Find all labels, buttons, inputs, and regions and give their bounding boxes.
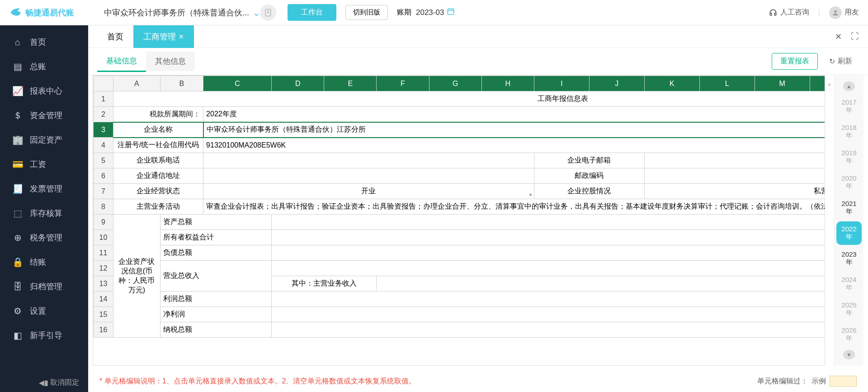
row-15[interactable]: 15 <box>94 307 113 322</box>
row-12[interactable]: 12 <box>94 261 113 276</box>
row-14[interactable]: 14 <box>94 292 113 307</box>
total-revenue-value[interactable] <box>272 261 825 276</box>
col-D[interactable]: D <box>272 76 324 91</box>
row-16[interactable]: 16 <box>94 322 113 338</box>
sidebar-item-guide[interactable]: ◧新手引导 <box>0 323 88 348</box>
row-7[interactable]: 7 <box>94 184 113 199</box>
sheet-title[interactable]: 工商年报信息表 <box>113 91 826 107</box>
col-H[interactable]: H <box>481 76 534 91</box>
total-tax-label[interactable]: 纳税总额 <box>160 322 272 338</box>
human-consult-button[interactable]: 人工咨询 <box>769 8 809 17</box>
credit-code-label[interactable]: 注册号/统一社会信用代码 <box>113 138 203 153</box>
row-4[interactable]: 4 <box>94 138 113 153</box>
year-2018[interactable]: 2018年 <box>836 120 862 143</box>
row-8[interactable]: 8 <box>94 199 113 215</box>
col-N[interactable]: N <box>810 76 825 91</box>
holding-label[interactable]: 企业控股情况 <box>534 184 644 199</box>
doc-icon-button[interactable] <box>260 5 276 21</box>
sidebar-item-home[interactable]: ⌂首页 <box>0 30 88 54</box>
spreadsheet[interactable]: A B C D E F G H I J K L M N O <box>93 75 825 366</box>
fullscreen-icon[interactable]: ⛶ <box>851 32 859 42</box>
sidebar-item-archive[interactable]: 🗄归档管理 <box>0 274 88 299</box>
row-5[interactable]: 5 <box>94 153 113 168</box>
unpin-button[interactable]: ◀▮取消固定 <box>39 378 79 387</box>
sub-tab-basic[interactable]: 基础信息 <box>97 51 146 72</box>
col-F[interactable]: F <box>377 76 429 91</box>
address-value[interactable] <box>203 168 534 184</box>
main-revenue-label[interactable]: 其中：主营业务收入 <box>272 276 377 292</box>
owner-equity-label[interactable]: 所有者权益合计 <box>160 230 272 245</box>
refresh-button[interactable]: ↻ 刷新 <box>829 57 852 66</box>
sidebar-item-assets[interactable]: 🏢固定资产 <box>0 128 88 152</box>
row-3[interactable]: 3 <box>94 122 113 138</box>
sidebar-item-ledger[interactable]: ▤总账 <box>0 54 88 79</box>
net-profit-value[interactable] <box>272 307 825 322</box>
asset-section-label[interactable]: 企业资产状况信息(币种：人民币万元) <box>113 215 160 338</box>
col-B[interactable]: B <box>160 76 203 91</box>
year-2022[interactable]: 2022年 <box>836 221 862 245</box>
owner-equity-value[interactable] <box>272 230 825 245</box>
year-2021[interactable]: 2021年 <box>836 196 862 220</box>
sub-tab-other[interactable]: 其他信息 <box>146 52 195 71</box>
company-selector[interactable]: 中审众环会计师事务所（特殊普通合伙... ⌄ <box>99 7 253 18</box>
total-revenue-label[interactable]: 营业总收入 <box>160 261 272 292</box>
corner-cell[interactable] <box>94 76 113 91</box>
sidebar-item-settings[interactable]: ⚙设置 <box>0 299 88 323</box>
year-down-icon[interactable]: ▼ <box>843 350 855 359</box>
total-liabilities-label[interactable]: 负债总额 <box>160 245 272 261</box>
total-liabilities-value[interactable] <box>272 245 825 261</box>
sidebar-item-salary[interactable]: 💳工资 <box>0 152 88 177</box>
tab-business-admin[interactable]: 工商管理 ✕ <box>133 25 194 48</box>
sidebar-item-tax[interactable]: ⊕税务管理 <box>0 225 88 250</box>
company-name-label[interactable]: 企业名称 <box>113 122 203 138</box>
col-L[interactable]: L <box>699 76 755 91</box>
holding-value[interactable]: 私营企业 <box>644 184 825 199</box>
row-6[interactable]: 6 <box>94 168 113 184</box>
phone-value[interactable] <box>203 153 534 168</box>
year-2017[interactable]: 2017年 <box>836 95 862 118</box>
old-version-button[interactable]: 切到旧版 <box>345 5 388 20</box>
col-G[interactable]: G <box>429 76 481 91</box>
total-tax-value[interactable] <box>272 322 825 338</box>
phone-label[interactable]: 企业联系电话 <box>113 153 203 168</box>
sidebar-item-invoice[interactable]: 🧾发票管理 <box>0 177 88 201</box>
sidebar-item-reports[interactable]: 📈报表中心 <box>0 79 88 103</box>
email-label[interactable]: 企业电子邮箱 <box>534 153 644 168</box>
reset-report-button[interactable]: 重置报表 <box>772 53 818 70</box>
total-profit-value[interactable] <box>272 292 825 307</box>
tax-period-label[interactable]: 税款所属期间： <box>113 107 203 122</box>
row-13[interactable]: 13 <box>94 276 113 292</box>
close-all-icon[interactable]: ✕ <box>835 32 842 42</box>
email-value[interactable] <box>644 153 825 168</box>
total-assets-value[interactable] <box>272 215 825 230</box>
row-2[interactable]: 2 <box>94 107 113 122</box>
year-2025[interactable]: 2025年 <box>836 297 862 321</box>
status-label[interactable]: 企业经营状态 <box>113 184 203 199</box>
net-profit-label[interactable]: 净利润 <box>160 307 272 322</box>
credit-code-value[interactable]: 91320100MA208E5W6K <box>203 138 825 153</box>
sidebar-item-funds[interactable]: ＄资金管理 <box>0 103 88 128</box>
year-panel-collapse[interactable]: « <box>825 75 834 366</box>
total-assets-label[interactable]: 资产总额 <box>160 215 272 230</box>
col-A[interactable]: A <box>113 76 160 91</box>
tax-period-value[interactable]: 2022年度 <box>203 107 825 122</box>
row-1[interactable]: 1 <box>94 91 113 107</box>
close-icon[interactable]: ✕ <box>179 33 184 40</box>
tab-home[interactable]: 首页 <box>97 25 133 48</box>
sidebar-item-inventory[interactable]: ⬚库存核算 <box>0 201 88 225</box>
year-2020[interactable]: 2020年 <box>836 171 862 194</box>
sidebar-item-closing[interactable]: 🔒结账 <box>0 250 88 274</box>
col-J[interactable]: J <box>589 76 644 91</box>
address-label[interactable]: 企业通信地址 <box>113 168 203 184</box>
user-menu[interactable]: 用友 <box>829 6 859 19</box>
col-M[interactable]: M <box>755 76 810 91</box>
row-9[interactable]: 9 <box>94 215 113 230</box>
year-up-icon[interactable]: ▲ <box>843 81 855 91</box>
main-biz-value[interactable]: 审查企业会计报表；出具审计报告；验证企业资本；出具验资报告；办理企业合开、分立、… <box>203 199 825 215</box>
total-profit-label[interactable]: 利润总额 <box>160 292 272 307</box>
workbench-button[interactable]: 工作台 <box>288 4 336 21</box>
year-2023[interactable]: 2023年 <box>836 247 862 270</box>
col-I[interactable]: I <box>534 76 589 91</box>
year-2019[interactable]: 2019年 <box>836 145 862 169</box>
calendar-icon[interactable] <box>447 7 455 18</box>
